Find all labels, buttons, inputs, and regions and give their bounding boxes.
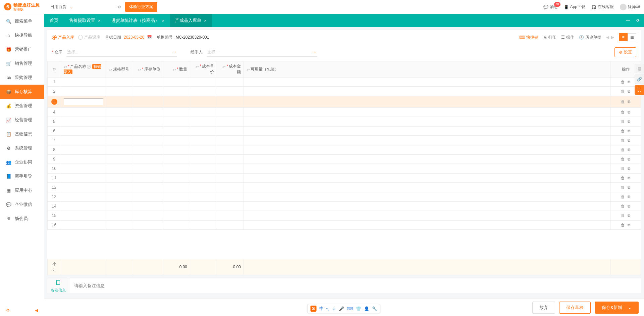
app-header: 6 畅捷通好生意 标准版 日用百货 ⌄ ⚙ 体验行业方案 💬 消息 70 📱 A… <box>0 0 644 14</box>
online-service-link[interactable]: 🎧 在线客服 <box>591 4 614 10</box>
experience-plan-button[interactable]: 体验行业方案 <box>125 2 157 12</box>
headset-icon: 🎧 <box>591 5 596 9</box>
avatar-icon <box>620 4 627 10</box>
user-menu[interactable]: 徐泽华 <box>620 4 640 10</box>
chevron-down-icon: ⌄ <box>70 5 73 9</box>
messages-badge: 70 <box>554 2 560 7</box>
business-type-value: 日用百货 <box>50 4 66 10</box>
logo: 6 畅捷通好生意 标准版 <box>4 3 44 11</box>
phone-icon: 📱 <box>564 5 569 9</box>
online-service-label: 在线客服 <box>598 4 614 10</box>
edition-label: 标准版 <box>13 7 40 11</box>
messages-link[interactable]: 💬 消息 70 <box>543 4 558 10</box>
logo-icon: 6 <box>4 3 11 10</box>
gear-icon[interactable]: ⚙ <box>117 5 121 9</box>
app-download-label: App下载 <box>570 4 585 10</box>
chat-icon: 💬 <box>543 5 548 9</box>
username-label: 徐泽华 <box>628 4 640 10</box>
product-name: 畅捷通好生意 <box>13 3 40 7</box>
business-type-select[interactable]: 日用百货 ⌄ <box>50 4 117 10</box>
app-download-link[interactable]: 📱 App下载 <box>564 4 585 10</box>
